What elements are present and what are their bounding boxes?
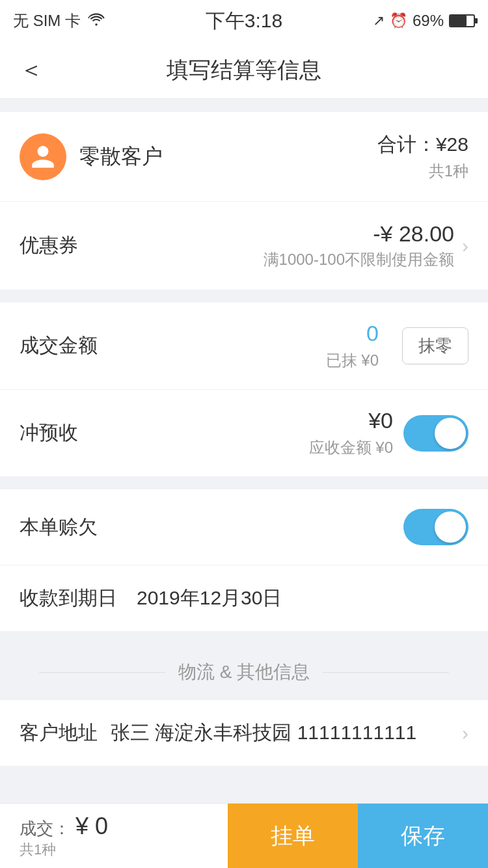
customer-name: 零散客户 — [79, 142, 163, 171]
owed-toggle[interactable] — [403, 509, 468, 545]
customer-section: 零散客户 合计：¥28 共1种 优惠券 -¥ 28.00 满1000-100不限… — [0, 112, 488, 290]
prepayment-amount: ¥0 — [368, 408, 393, 433]
total-amount: 合计：¥28 — [377, 131, 468, 158]
logistics-header-text: 物流 & 其他信息 — [165, 660, 323, 685]
owed-section: 本单赊欠 收款到期日 2019年12月30日 — [0, 489, 488, 631]
prepayment-value-area: ¥0 应收金额 ¥0 — [309, 408, 393, 458]
duedate-row: 收款到期日 2019年12月30日 — [0, 565, 488, 631]
coupon-label: 优惠券 — [20, 232, 78, 259]
toggle-thumb — [435, 418, 466, 449]
address-value: 张三 海淀永丰科技园 11111111111 — [111, 720, 455, 746]
customer-row: 零散客户 合计：¥28 共1种 — [0, 112, 488, 201]
status-bar: 无 SIM 卡 下午3:18 ↗ ⏰ 69% — [0, 0, 488, 42]
prepayment-sub: 应收金额 ¥0 — [309, 437, 393, 458]
page-title: 填写结算等信息 — [167, 55, 321, 85]
transaction-amount-row: 成交金额 0 已抹 ¥0 抹零 — [0, 303, 488, 390]
address-label: 客户地址 — [20, 720, 98, 746]
save-button[interactable]: 保存 — [358, 804, 488, 868]
battery-text: 69% — [413, 12, 444, 30]
location-icon: ↗ — [373, 12, 385, 29]
logistics-header: 物流 & 其他信息 — [0, 644, 488, 700]
duedate-label: 收款到期日 — [20, 585, 117, 612]
wifi-icon — [87, 12, 105, 30]
bottom-summary: 成交： ¥ 0 共1种 — [0, 804, 228, 868]
address-section: 客户地址 张三 海淀永丰科技园 11111111111 › — [0, 700, 488, 766]
status-time: 下午3:18 — [206, 8, 282, 34]
nav-bar: ＜ 填写结算等信息 — [0, 42, 488, 99]
address-row[interactable]: 客户地址 张三 海淀永丰科技园 11111111111 › — [0, 700, 488, 766]
avatar — [20, 133, 66, 180]
transaction-value[interactable]: 0 — [366, 321, 379, 346]
summary-count: 共1种 — [20, 840, 208, 860]
coupon-right: -¥ 28.00 满1000-100不限制使用金额 › — [264, 221, 468, 270]
owed-row: 本单赊欠 — [0, 489, 488, 565]
transaction-value-area: 0 已抹 ¥0 — [326, 321, 379, 371]
transaction-right: 0 已抹 ¥0 抹零 — [326, 321, 468, 371]
customer-left: 零散客户 — [20, 133, 163, 180]
alarm-icon: ⏰ — [390, 12, 407, 29]
prepayment-label: 冲预收 — [20, 420, 98, 446]
status-left: 无 SIM 卡 — [13, 10, 105, 31]
transaction-sub: 已抹 ¥0 — [326, 350, 379, 371]
address-chevron-icon: › — [462, 722, 468, 744]
coupon-desc: 满1000-100不限制使用金额 — [264, 249, 454, 270]
customer-total: 合计：¥28 共1种 — [377, 131, 468, 182]
prepayment-right: ¥0 应收金额 ¥0 — [309, 408, 468, 458]
owed-toggle-thumb — [435, 511, 466, 543]
total-count: 共1种 — [377, 161, 468, 182]
battery-icon — [449, 14, 475, 27]
duedate-value: 2019年12月30日 — [137, 585, 282, 612]
bottom-bar: 成交： ¥ 0 共1种 挂单 保存 — [0, 803, 488, 868]
coupon-row[interactable]: 优惠券 -¥ 28.00 满1000-100不限制使用金额 › — [0, 201, 488, 290]
prepayment-toggle[interactable] — [403, 415, 468, 452]
coupon-info: -¥ 28.00 满1000-100不限制使用金额 — [264, 221, 454, 270]
coupon-amount: -¥ 28.00 — [264, 221, 454, 247]
summary-label: 成交： — [20, 817, 70, 840]
prepayment-row: 冲预收 ¥0 应收金额 ¥0 — [0, 390, 488, 476]
hang-button[interactable]: 挂单 — [228, 804, 358, 868]
chevron-right-icon: › — [462, 235, 468, 257]
status-right: ↗ ⏰ 69% — [373, 12, 475, 30]
owed-label: 本单赊欠 — [20, 514, 98, 541]
summary-amount: ¥ 0 — [75, 813, 108, 840]
round-off-button[interactable]: 抹零 — [402, 327, 468, 364]
transaction-section: 成交金额 0 已抹 ¥0 抹零 冲预收 ¥0 应收金额 ¥0 — [0, 303, 488, 476]
back-button[interactable]: ＜ — [13, 47, 49, 92]
carrier-text: 无 SIM 卡 — [13, 10, 81, 31]
transaction-label: 成交金额 — [20, 332, 98, 359]
